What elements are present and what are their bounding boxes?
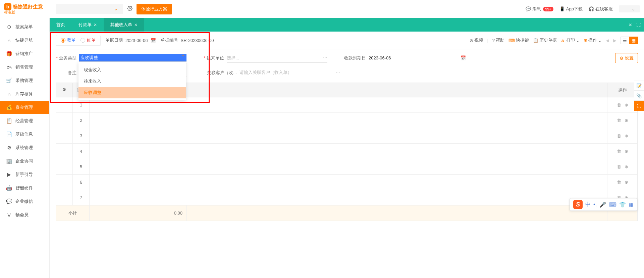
doc-type-radio-group: 蓝单 红单 <box>56 35 101 46</box>
print-link[interactable]: 🖨打印⌄ <box>561 37 580 43</box>
field-label: 单据日期 <box>105 37 123 43</box>
app-download-link[interactable]: 📱 App下载 <box>559 6 583 12</box>
chat-icon: 💬 <box>526 6 531 11</box>
add-icon[interactable]: ⊕ <box>625 149 628 154</box>
sidebar-item-search-menu[interactable]: ⊙搜索菜单 <box>0 20 49 34</box>
sidebar-item-collab[interactable]: 🏢企业协同 <box>0 154 49 168</box>
dropdown-option-exchange[interactable]: 往来收入 <box>78 76 186 87</box>
play-icon: ▶ <box>6 172 12 178</box>
gift-icon: 🎁 <box>6 51 12 57</box>
sidebar-item-basic-info[interactable]: 📄基础信息 <box>0 128 49 141</box>
trial-button[interactable]: 体验行业方案 <box>137 4 172 14</box>
sidebar-item-wechat[interactable]: 💬企业微信 <box>0 195 49 208</box>
close-icon[interactable]: ✕ <box>94 22 97 27</box>
shortcut-link[interactable]: ⌨快捷键 <box>508 37 529 43</box>
video-link[interactable]: ⊙视频 <box>470 37 483 43</box>
add-icon[interactable]: ⊕ <box>625 133 628 138</box>
radio-label: 红单 <box>87 37 96 43</box>
delete-icon[interactable]: 🗑 <box>617 133 621 138</box>
grid-view-btn[interactable]: ▦ <box>629 37 638 44</box>
tab-payment[interactable]: 付款单✕ <box>72 18 104 32</box>
settings-button[interactable]: ⚙设置 <box>615 53 638 63</box>
tab-home[interactable]: 首页 <box>50 18 72 32</box>
more-icon[interactable]: ⋯ <box>323 55 327 61</box>
sidebar-item-system[interactable]: ⚙系统管理 <box>0 141 49 154</box>
delete-icon[interactable]: 🗑 <box>617 164 621 169</box>
note-tool[interactable]: 📝 <box>634 81 644 91</box>
add-icon[interactable]: ⊕ <box>625 118 628 123</box>
delete-icon[interactable]: 🗑 <box>617 102 621 107</box>
sidebar-item-funds[interactable]: 💰资金管理 <box>0 101 49 114</box>
tab-label: 其他收入单 <box>110 22 132 28</box>
add-icon[interactable]: ⊕ <box>625 180 628 185</box>
user-avatar[interactable]: ⌄ <box>619 5 640 12</box>
unit-input[interactable]: 选择... <box>227 55 239 61</box>
delete-icon[interactable]: 🗑 <box>617 149 621 154</box>
biz-type-input[interactable]: 应收调整 <box>79 54 186 62</box>
close-all-icon[interactable]: ✕ <box>629 22 632 28</box>
table-row[interactable]: 2🗑⊕ <box>56 113 638 128</box>
delete-icon[interactable]: 🗑 <box>617 118 621 123</box>
online-service-link[interactable]: 🎧 在线客服 <box>589 6 613 12</box>
sidebar-item-hardware[interactable]: 🤖智能硬件 <box>0 181 49 195</box>
dropdown-option-cash[interactable]: 现金收入 <box>78 64 186 76</box>
table-row[interactable]: 4🗑⊕ <box>56 144 638 159</box>
ime-skin-icon[interactable]: 👕 <box>619 201 626 208</box>
prev-icon[interactable]: ◀ <box>606 38 609 43</box>
ime-punct-icon[interactable]: •, <box>593 201 597 207</box>
sidebar-item-member[interactable]: V畅会员 <box>0 208 49 222</box>
help-link[interactable]: ?帮助 <box>492 37 504 43</box>
list-view-btn[interactable]: ☰ <box>621 37 629 44</box>
warehouse-icon: ⌂ <box>6 91 12 97</box>
wechat-icon: 💬 <box>6 198 12 204</box>
doc-date-value[interactable]: 2023-06-06 <box>125 38 148 43</box>
radio-icon <box>80 38 85 43</box>
expand-tool[interactable]: ⛶ <box>634 101 644 111</box>
org-selector[interactable]: ⌄ <box>56 4 123 14</box>
sidebar-item-quick-nav[interactable]: ⌂快捷导航 <box>0 34 49 47</box>
table-row[interactable]: 5🗑⊕ <box>56 159 638 175</box>
due-date-value[interactable]: 2023-06-06 <box>369 55 391 60</box>
ime-menu-icon[interactable]: ▦ <box>629 201 634 208</box>
sidebar-item-sales[interactable]: 🛍销售管理 <box>0 60 49 74</box>
sidebar-item-inventory[interactable]: ⌂库存核算 <box>0 87 49 101</box>
brand-subtext: 标准版 <box>4 10 49 15</box>
history-label: 历史单据 <box>539 37 557 43</box>
messages-link[interactable]: 💬 消息 99+ <box>526 6 553 12</box>
field-label: 收款到期日 <box>344 55 366 61</box>
field-label: 单据编号 <box>161 37 178 43</box>
add-icon[interactable]: ⊕ <box>625 102 628 107</box>
delete-icon[interactable]: 🗑 <box>617 180 621 185</box>
sidebar-item-marketing[interactable]: 🎁营销推广 <box>0 47 49 60</box>
table-row[interactable]: 3🗑⊕ <box>56 128 638 144</box>
calendar-icon[interactable]: 📅 <box>461 55 466 60</box>
table-row[interactable]: 6🗑⊕ <box>56 175 638 190</box>
tab-other-income[interactable]: 其他收入单✕ <box>104 18 144 32</box>
row-index: 2 <box>73 113 90 128</box>
next-icon[interactable]: ▶ <box>613 38 616 43</box>
close-icon[interactable]: ✕ <box>134 22 138 27</box>
ime-keyboard-icon[interactable]: ⌨ <box>609 201 616 208</box>
radio-red[interactable]: 红单 <box>80 37 96 43</box>
more-icon[interactable]: ⋯ <box>336 70 340 76</box>
biz-type-dropdown: 现金收入 往来收入 应收调整 <box>78 62 186 100</box>
settings-gear-icon[interactable] <box>127 6 132 12</box>
sidebar-item-purchase[interactable]: 🛒采购管理 <box>0 74 49 87</box>
fullscreen-icon[interactable]: ⛶ <box>636 22 641 28</box>
sidebar-item-operations[interactable]: 📋经营管理 <box>0 114 49 128</box>
table-row[interactable]: 7🗑⊕ <box>56 190 638 205</box>
ime-lang-icon[interactable]: 中 <box>585 201 591 208</box>
ime-bar[interactable]: S 中 •, 🎤 ⌨ 👕 ▦ <box>570 198 637 211</box>
operate-link[interactable]: ⊞操作⌄ <box>584 37 602 43</box>
radio-blue[interactable]: 蓝单 <box>61 37 76 43</box>
add-icon[interactable]: ⊕ <box>625 164 628 169</box>
history-link[interactable]: 📋历史单据 <box>533 37 557 43</box>
th-settings[interactable]: ⚙ <box>56 83 73 97</box>
attach-tool[interactable]: 📎 <box>634 91 644 101</box>
ime-mic-icon[interactable]: 🎤 <box>599 201 606 208</box>
sidebar-item-guide[interactable]: ▶新手引导 <box>0 168 49 181</box>
calendar-icon[interactable]: 📅 <box>151 38 156 43</box>
dropdown-option-adjust[interactable]: 应收调整 <box>78 87 186 98</box>
related-customer-input[interactable]: 请输入关联客户（收入单） <box>239 70 292 76</box>
chevron-up-icon[interactable]: ⌃ <box>181 54 185 59</box>
